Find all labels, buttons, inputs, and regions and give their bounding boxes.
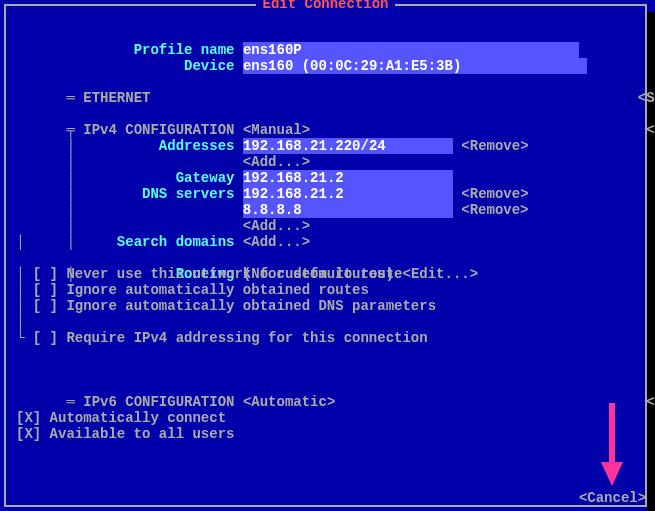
section-ipv4: ╤ IPv4 CONFIGURATION bbox=[66, 122, 242, 138]
chk-never-default[interactable]: [ ] Never use this network for default r… bbox=[33, 266, 403, 282]
dns1-remove[interactable]: <Remove> bbox=[461, 202, 528, 218]
label-search-domains: Search domains bbox=[75, 234, 243, 250]
input-dns0[interactable]: 192.168.21.2 bbox=[243, 186, 453, 202]
label-addresses: Addresses bbox=[75, 138, 243, 154]
input-dns1[interactable]: 8.8.8.8 bbox=[243, 202, 453, 218]
label-profile-name: Profile name bbox=[66, 42, 242, 58]
label-gateway: Gateway bbox=[75, 170, 243, 186]
input-gateway[interactable]: 192.168.21.2 bbox=[243, 170, 453, 186]
input-address0[interactable]: 192.168.21.220/24 bbox=[243, 138, 453, 154]
searchdom-add[interactable]: <Add...> bbox=[243, 234, 310, 250]
chk-auto-connect[interactable]: [X] Automatically connect bbox=[16, 410, 226, 426]
chk-ignore-routes[interactable]: [ ] Ignore automatically obtained routes bbox=[33, 282, 369, 298]
dns-add[interactable]: <Add...> bbox=[243, 218, 310, 234]
routing-edit[interactable]: <Edit...> bbox=[403, 266, 479, 282]
dialog-border: Edit Connection Profile name ens160P Dev… bbox=[4, 4, 647, 507]
input-profile-name[interactable]: ens160P bbox=[243, 42, 579, 58]
label-dns: DNS servers bbox=[75, 186, 243, 202]
chk-ignore-dns[interactable]: [ ] Ignore automatically obtained DNS pa… bbox=[33, 298, 436, 314]
ipv4-hide[interactable]: <Hide> bbox=[646, 122, 655, 138]
dns0-remove[interactable]: <Remove> bbox=[461, 186, 528, 202]
ipv4-mode[interactable]: <Manual> bbox=[243, 122, 310, 138]
address-add[interactable]: <Add...> bbox=[243, 154, 310, 170]
label-device: Device bbox=[66, 58, 242, 74]
cancel-button[interactable]: <Cancel> bbox=[579, 490, 646, 506]
ethernet-show[interactable]: <Show> bbox=[638, 90, 655, 106]
dialog-title: Edit Connection bbox=[256, 0, 394, 12]
chk-all-users[interactable]: [X] Available to all users bbox=[16, 426, 234, 442]
address0-remove[interactable]: <Remove> bbox=[461, 138, 528, 154]
ipv6-show[interactable]: <Show> bbox=[646, 394, 655, 410]
ipv6-mode[interactable]: <Automatic> bbox=[243, 394, 335, 410]
input-device[interactable]: ens160 (00:0C:29:A1:E5:3B) bbox=[243, 58, 587, 74]
section-ipv6: ═ IPv6 CONFIGURATION bbox=[66, 394, 242, 410]
section-ethernet: ═ ETHERNET bbox=[66, 90, 637, 106]
chk-require-ipv4[interactable]: [ ] Require IPv4 addressing for this con… bbox=[33, 330, 428, 346]
